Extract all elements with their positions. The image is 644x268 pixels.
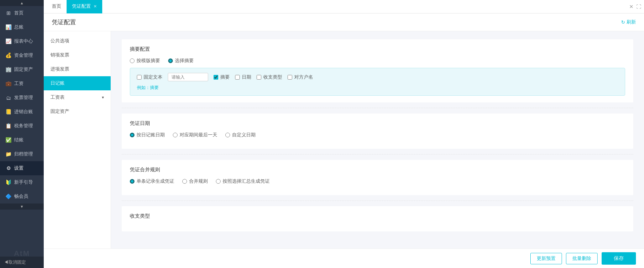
summary-section-title: 摘要配置 — [130, 46, 625, 52]
left-nav-purchase-invoice[interactable]: 进项发票 — [44, 62, 111, 76]
example-text: 例如：摘要 — [137, 85, 618, 91]
date-checkbox[interactable]: 日期 — [235, 74, 251, 80]
tab-bar: 首页 凭证配置 ✕ ✕ ⛶ — [44, 0, 644, 13]
sidebar-item-label-invoice: 发票管理 — [14, 95, 33, 101]
settlement-icon: ✅ — [5, 137, 11, 143]
tab-voucher-config[interactable]: 凭证配置 ✕ — [67, 0, 102, 13]
sidebar-item-home[interactable]: ⊞ 首页 — [0, 6, 44, 20]
journal-date-input[interactable] — [130, 133, 135, 137]
single-record-radio[interactable]: 单条记录生成凭证 — [130, 178, 174, 184]
tab-home-label: 首页 — [52, 3, 61, 9]
sidebar-scroll-down[interactable]: ▼ — [0, 204, 44, 210]
sidebar-item-tax[interactable]: 📋 税务管理 — [0, 119, 44, 133]
sidebar-item-purchase-sales[interactable]: 📒 进销台账 — [0, 105, 44, 119]
left-nav-journal[interactable]: 日记账 — [44, 76, 111, 90]
custom-date-radio[interactable]: 自定义日期 — [225, 132, 256, 138]
income-type-check-input[interactable] — [257, 75, 261, 80]
single-record-input[interactable] — [130, 179, 135, 184]
home-icon: ⊞ — [5, 10, 11, 16]
reports-icon: 📈 — [5, 38, 11, 44]
sidebar-item-vip[interactable]: 🔷 畅会员 — [0, 189, 44, 204]
sidebar-scroll-up[interactable]: ▲ — [0, 0, 44, 6]
window-maximize-icon[interactable]: ⛶ — [636, 4, 641, 10]
summary-checkbox[interactable]: 摘要 — [214, 74, 230, 80]
sidebar-item-ledger[interactable]: 📊 总账 — [0, 20, 44, 34]
left-nav-payroll-table[interactable]: 工资表 ▾ — [44, 90, 111, 104]
guide-icon: 🔰 — [5, 179, 11, 185]
refresh-button[interactable]: ↻ 刷新 — [621, 19, 636, 25]
merge-radio-group: 单条记录生成凭证 合并规则 按照选择汇总生成凭证 — [130, 178, 625, 184]
refresh-label: 刷新 — [627, 19, 636, 25]
period-last-day-radio[interactable]: 对应期间最后一天 — [173, 132, 217, 138]
bottom-bar: 更新预置 批量删除 保存 — [44, 249, 644, 268]
save-button[interactable]: 保存 — [602, 252, 636, 265]
left-nav-sales-invoice[interactable]: 销项发票 — [44, 48, 111, 62]
update-preview-button[interactable]: 更新预置 — [530, 253, 562, 264]
sidebar-item-reports[interactable]: 📈 报表中心 — [0, 34, 44, 48]
merge-rule-radio[interactable]: 合并规则 — [182, 178, 208, 184]
period-last-day-input[interactable] — [173, 133, 178, 137]
summary-check-input[interactable] — [214, 75, 218, 80]
sidebar-item-settings[interactable]: ⚙ 设置 — [0, 161, 44, 175]
fixed-text-input-checkbox[interactable] — [137, 75, 142, 80]
summary-options-box: 固定文本 摘要 日期 收支类型 — [130, 68, 625, 96]
page-header: 凭证配置 ↻ 刷新 — [44, 13, 644, 31]
sidebar-item-payroll[interactable]: 💼 工资 — [0, 77, 44, 91]
sidebar-item-funds[interactable]: 💰 资金管理 — [0, 48, 44, 62]
sidebar-item-fixed-assets[interactable]: 🏢 固定资产 — [0, 62, 44, 77]
sidebar: ▲ ⊞ 首页 📊 总账 📈 报表中心 💰 资金管理 🏢 固定资产 💼 工资 🗂 … — [0, 0, 44, 268]
date-check-input[interactable] — [235, 75, 240, 80]
window-close-icon[interactable]: ✕ — [629, 4, 634, 10]
sidebar-item-label-home: 首页 — [14, 10, 24, 16]
template-summary-input[interactable] — [130, 58, 135, 63]
sidebar-item-label-archive: 归档管理 — [14, 151, 33, 157]
select-aggregate-input[interactable] — [216, 179, 221, 184]
sidebar-item-guide[interactable]: 🔰 新手引导 — [0, 175, 44, 189]
summary-radio-group: 按模版摘要 选择摘要 — [130, 58, 625, 64]
page-title: 凭证配置 — [52, 18, 76, 26]
batch-delete-button[interactable]: 批量删除 — [566, 253, 598, 264]
sidebar-item-settlement[interactable]: ✅ 结账 — [0, 133, 44, 147]
purchase-sales-icon: 📒 — [5, 109, 11, 115]
left-nav-fixed-assets[interactable]: 固定资产 — [44, 104, 111, 119]
tab-home[interactable]: 首页 — [46, 0, 67, 13]
sidebar-item-invoice[interactable]: 🗂 发票管理 — [0, 91, 44, 105]
custom-date-input[interactable] — [225, 133, 230, 137]
sidebar-item-label-guide: 新手引导 — [14, 179, 33, 185]
income-type-section-title: 收支类型 — [130, 213, 625, 219]
select-summary-radio[interactable]: 选择摘要 — [168, 58, 194, 64]
sidebar-item-archive[interactable]: 📁 归档管理 — [0, 147, 44, 161]
fixed-text-checkbox[interactable]: 固定文本 — [137, 74, 162, 80]
main-area: 首页 凭证配置 ✕ ✕ ⛶ 凭证配置 ↻ 刷新 公共选项 销项发票 进项 — [44, 0, 644, 268]
left-nav-public[interactable]: 公共选项 — [44, 34, 111, 48]
summary-checkboxes-row: 固定文本 摘要 日期 收支类型 — [137, 73, 618, 81]
sidebar-unpin-button[interactable]: ◀取消固定 — [0, 257, 44, 268]
select-aggregate-radio[interactable]: 按照选择汇总生成凭证 — [216, 178, 270, 184]
tax-icon: 📋 — [5, 123, 11, 129]
income-type-checkbox[interactable]: 收支类型 — [257, 74, 282, 80]
fixed-text-text-input[interactable] — [168, 73, 208, 81]
sidebar-item-label-fixed-assets: 固定资产 — [14, 66, 33, 73]
select-summary-input[interactable] — [168, 58, 173, 63]
counterpart-check-input[interactable] — [288, 75, 292, 80]
refresh-icon: ↻ — [621, 19, 625, 25]
select-summary-label: 选择摘要 — [175, 58, 194, 64]
journal-date-radio[interactable]: 按日记账日期 — [130, 132, 165, 138]
counterpart-checkbox[interactable]: 对方户名 — [288, 74, 313, 80]
counterpart-checkbox-label: 对方户名 — [294, 74, 313, 80]
tab-bar-controls: ✕ ⛶ — [629, 4, 641, 10]
template-summary-radio[interactable]: 按模版摘要 — [130, 58, 160, 64]
summary-checkbox-label: 摘要 — [220, 74, 230, 80]
tab-close-icon[interactable]: ✕ — [93, 4, 97, 9]
left-nav: 公共选项 销项发票 进项发票 日记账 工资表 ▾ 固定资产 — [44, 31, 111, 249]
archive-icon: 📁 — [5, 151, 11, 157]
vip-icon: 🔷 — [5, 193, 11, 199]
merge-rule-input[interactable] — [182, 179, 187, 184]
merge-section-title: 凭证合并规则 — [130, 167, 625, 173]
summary-section: 摘要配置 按模版摘要 选择摘要 固定文本 — [122, 39, 633, 102]
date-radio-group: 按日记账日期 对应期间最后一天 自定义日期 — [130, 132, 625, 138]
chevron-down-icon: ▾ — [102, 95, 104, 100]
date-section-title: 凭证日期 — [130, 120, 625, 127]
divider-1 — [122, 108, 633, 108]
merge-section: 凭证合并规则 单条记录生成凭证 合并规则 按照选择汇总生成凭证 — [122, 160, 633, 195]
